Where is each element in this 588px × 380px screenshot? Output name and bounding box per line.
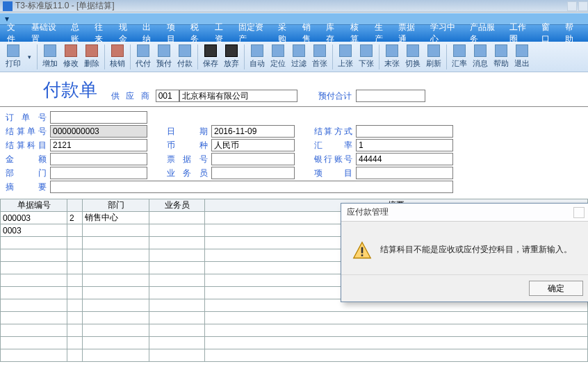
cell-no[interactable] [1, 337, 67, 349]
settle-way-input[interactable] [356, 125, 453, 138]
cell-sales[interactable] [149, 224, 205, 237]
cell-sales[interactable] [149, 337, 205, 349]
prepay-input[interactable] [356, 90, 425, 102]
digest-input[interactable] [50, 181, 453, 193]
cell-no[interactable] [1, 274, 67, 287]
toolbtn-放弃[interactable]: 放弃 [222, 43, 241, 71]
sales-input[interactable] [211, 167, 295, 179]
cell-digest[interactable] [205, 312, 588, 324]
cell-sales[interactable] [149, 349, 205, 362]
menu-7[interactable]: 税务 [186, 25, 211, 42]
menu-15[interactable]: 票据通 [394, 25, 426, 42]
cell-digest[interactable] [205, 324, 588, 337]
toolbtn-切换[interactable]: 切换 [403, 43, 423, 71]
cell-seq[interactable] [67, 249, 83, 262]
menu-11[interactable]: 销售 [298, 25, 322, 42]
table-row[interactable] [1, 324, 588, 337]
cell-sales[interactable] [149, 312, 205, 324]
menu-4[interactable]: 现金 [115, 25, 139, 42]
toolbtn-核销[interactable]: 核销 [108, 43, 127, 71]
table-row[interactable] [1, 349, 588, 362]
toolbtn-过滤[interactable]: 过滤 [289, 43, 309, 71]
minimize-icon[interactable] [567, 1, 577, 11]
date-input[interactable] [211, 125, 295, 138]
ok-button[interactable]: 确定 [529, 281, 583, 296]
cell-no[interactable] [1, 324, 67, 337]
menu-16[interactable]: 学习中心 [426, 25, 466, 42]
toolbtn-首张[interactable]: 首张 [310, 43, 329, 71]
menu-19[interactable]: 窗口 [537, 25, 562, 42]
amount-input[interactable] [50, 153, 147, 165]
menu-3[interactable]: 往来 [90, 25, 115, 42]
menu-9[interactable]: 固定资产 [234, 25, 274, 42]
toolbtn-下张[interactable]: 下张 [357, 43, 376, 71]
bill-no-input[interactable] [211, 153, 295, 165]
vendor-name-input[interactable] [179, 90, 297, 102]
toolbtn-删除[interactable]: 删除 [82, 43, 101, 71]
close-icon[interactable] [573, 207, 585, 218]
cell-no[interactable] [1, 312, 67, 324]
table-row[interactable] [1, 312, 588, 324]
cell-seq[interactable] [67, 287, 83, 299]
toolbtn-自动[interactable]: 自动 [247, 43, 267, 71]
cell-seq[interactable] [67, 337, 83, 349]
cell-dept[interactable] [83, 237, 149, 249]
menu-18[interactable]: 工作圈 [505, 25, 537, 42]
cell-sales[interactable] [149, 299, 205, 312]
cell-dept[interactable] [83, 224, 149, 237]
menu-6[interactable]: 项目 [163, 25, 187, 42]
menu-8[interactable]: 工资 [211, 25, 235, 42]
cell-seq[interactable] [67, 224, 83, 237]
cell-no[interactable] [1, 249, 67, 262]
cell-no[interactable] [1, 237, 67, 249]
cell-seq[interactable] [67, 299, 83, 312]
toolbtn-上张[interactable]: 上张 [336, 43, 355, 71]
menu-0[interactable]: 文件 [3, 25, 27, 42]
cell-seq[interactable] [67, 237, 83, 249]
cell-no[interactable] [1, 349, 67, 362]
cell-seq[interactable] [67, 274, 83, 287]
toolbtn-保存[interactable]: 保存 [201, 43, 220, 71]
bank-input[interactable] [356, 153, 453, 165]
menu-12[interactable]: 库存 [322, 25, 346, 42]
toolbtn-末张[interactable]: 末张 [382, 43, 402, 71]
cell-digest[interactable] [205, 349, 588, 362]
dept-input[interactable] [50, 167, 147, 179]
toolbtn-刷新[interactable]: 刷新 [424, 43, 443, 71]
cell-dept[interactable] [83, 324, 149, 337]
cell-no[interactable] [1, 262, 67, 274]
cell-dept[interactable] [83, 287, 149, 299]
toolbtn-修改[interactable]: 修改 [61, 43, 81, 71]
cell-sales[interactable] [149, 324, 205, 337]
menu-17[interactable]: 产品服务 [466, 25, 505, 42]
menu-2[interactable]: 总账 [67, 25, 91, 42]
cell-dept[interactable] [83, 299, 149, 312]
cell-no[interactable] [1, 299, 67, 312]
cell-seq[interactable] [67, 312, 83, 324]
toolbtn-汇率[interactable]: 汇率 [450, 43, 469, 71]
cell-dept[interactable] [83, 312, 149, 324]
cell-seq[interactable] [67, 262, 83, 274]
toolbtn-退出[interactable]: 退出 [512, 43, 532, 71]
project-input[interactable] [356, 167, 453, 179]
cell-dept[interactable] [83, 262, 149, 274]
cell-seq[interactable] [67, 324, 83, 337]
menu-10[interactable]: 采购 [274, 25, 298, 42]
col-header[interactable]: 业务员 [149, 199, 205, 212]
cell-sales[interactable] [149, 274, 205, 287]
vendor-code-input[interactable] [156, 90, 179, 102]
account-input[interactable] [50, 139, 147, 151]
cell-sales[interactable] [149, 237, 205, 249]
toolbtn-drop[interactable] [24, 43, 34, 71]
toolbtn-付款[interactable]: 付款 [175, 43, 195, 71]
cell-no[interactable] [1, 287, 67, 299]
cell-dept[interactable] [83, 337, 149, 349]
settle-no-input[interactable] [50, 125, 147, 138]
toolbtn-增加[interactable]: 增加 [40, 43, 60, 71]
toolbtn-打印[interactable]: 打印 [3, 43, 23, 71]
toolbtn-消息[interactable]: 消息 [471, 43, 490, 71]
cell-digest[interactable] [205, 337, 588, 349]
menu-14[interactable]: 生产 [370, 25, 395, 42]
cell-no[interactable]: 0003 [1, 224, 67, 237]
toolbtn-帮助[interactable]: 帮助 [491, 43, 511, 71]
